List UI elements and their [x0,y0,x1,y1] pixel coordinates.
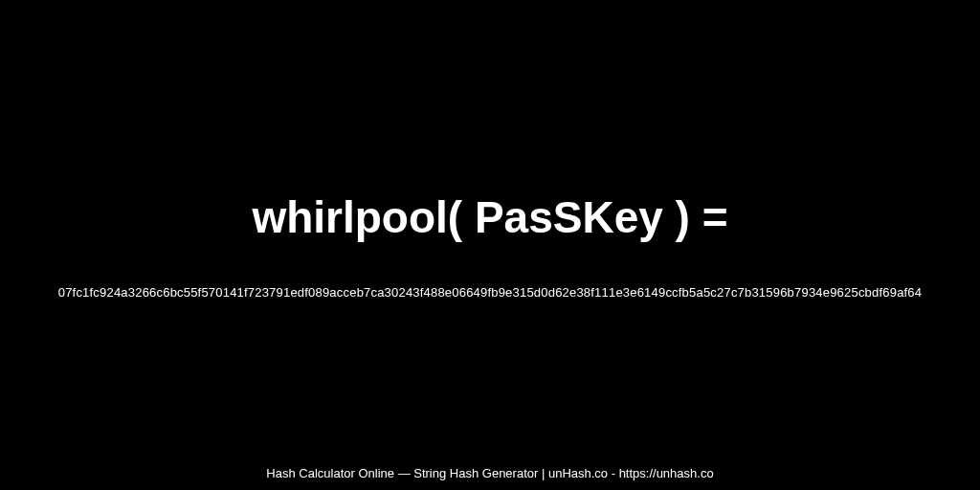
footer-attribution: Hash Calculator Online — String Hash Gen… [0,466,980,480]
hash-expression-heading: whirlpool( PasSKey ) = [252,191,727,243]
hash-output-value: 07fc1fc924a3266c6bc55f570141f723791edf08… [58,285,922,300]
main-content: whirlpool( PasSKey ) = 07fc1fc924a3266c6… [0,0,980,490]
